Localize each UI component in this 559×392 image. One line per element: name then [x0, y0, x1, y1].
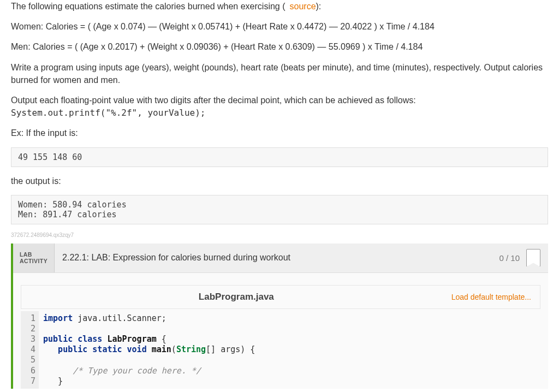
sig-rest: [] args) {: [206, 345, 255, 354]
pkg-text: java.util.Scanner;: [73, 313, 166, 323]
gutter: 1 2 3 4 5 6 7: [21, 311, 39, 389]
kw-public: public: [43, 334, 73, 344]
format-instruction: Output each floating-point value with tw…: [11, 94, 548, 119]
line-number: 6: [31, 366, 35, 376]
format-lead: Output each floating-point value with tw…: [11, 96, 416, 105]
instance-id: 372672.2489694.qx3zqy7: [11, 232, 548, 238]
line-number: 5: [31, 355, 35, 365]
type-string: String: [176, 345, 206, 354]
intro-text-b: ):: [316, 2, 322, 11]
method-main: main: [147, 345, 171, 354]
line-number: 3: [31, 334, 35, 345]
lab-title: 2.22.1: LAB: Expression for calories bur…: [55, 253, 499, 263]
file-name: LabProgram.java: [21, 292, 451, 302]
brace-close: }: [43, 376, 63, 386]
lab-tag-line2: ACTIVITY: [20, 258, 47, 264]
format-code: System.out.printf("%.2f", yourValue);: [11, 108, 205, 118]
bookmark-icon[interactable]: [526, 249, 540, 267]
output-lead: the output is:: [11, 175, 548, 187]
line-number: 4: [31, 345, 35, 355]
code-source[interactable]: import java.util.Scanner; public class L…: [39, 311, 255, 389]
lab-score: 0 / 10: [499, 253, 526, 263]
kw-public2: public: [43, 345, 87, 354]
task-statement: Write a program using inputs age (years)…: [11, 61, 548, 86]
intro-paragraph: The following equations estimate the cal…: [11, 0, 548, 13]
line-number: 1: [31, 313, 35, 324]
brace: {: [157, 334, 166, 344]
lab-tag-line1: LAB: [20, 251, 47, 258]
file-bar: LabProgram.java Load default template...: [21, 285, 540, 309]
line-number: 2: [31, 324, 35, 334]
source-link[interactable]: source: [286, 0, 316, 13]
lab-tag: LAB ACTIVITY: [13, 243, 55, 272]
example-lead: Ex: If the input is:: [11, 127, 548, 139]
comment-placeholder: /* Type your code here. */: [43, 366, 201, 376]
kw-class: class: [73, 334, 102, 344]
men-equation: Men: Calories = ( (Age x 0.2017) + (Weig…: [11, 40, 548, 53]
example-input: 49 155 148 60: [11, 147, 548, 167]
lab-header: LAB ACTIVITY 2.22.1: LAB: Expression for…: [13, 243, 548, 273]
kw-void: void: [122, 345, 147, 354]
lab-activity-block: LAB ACTIVITY 2.22.1: LAB: Expression for…: [11, 243, 548, 389]
line-number: 7: [31, 376, 35, 387]
class-name: LabProgram: [102, 334, 156, 344]
women-equation: Women: Calories = ( (Age x 0.074) — (Wei…: [11, 20, 548, 33]
paren: (: [171, 345, 176, 354]
example-output: Women: 580.94 calories Men: 891.47 calor…: [11, 195, 548, 224]
code-editor[interactable]: 1 2 3 4 5 6 7 import java.util.Scanner; …: [21, 311, 540, 389]
kw-import: import: [43, 313, 73, 323]
load-template-link[interactable]: Load default template...: [451, 293, 540, 301]
kw-static: static: [87, 345, 122, 354]
intro-text-a: The following equations estimate the cal…: [11, 2, 286, 11]
